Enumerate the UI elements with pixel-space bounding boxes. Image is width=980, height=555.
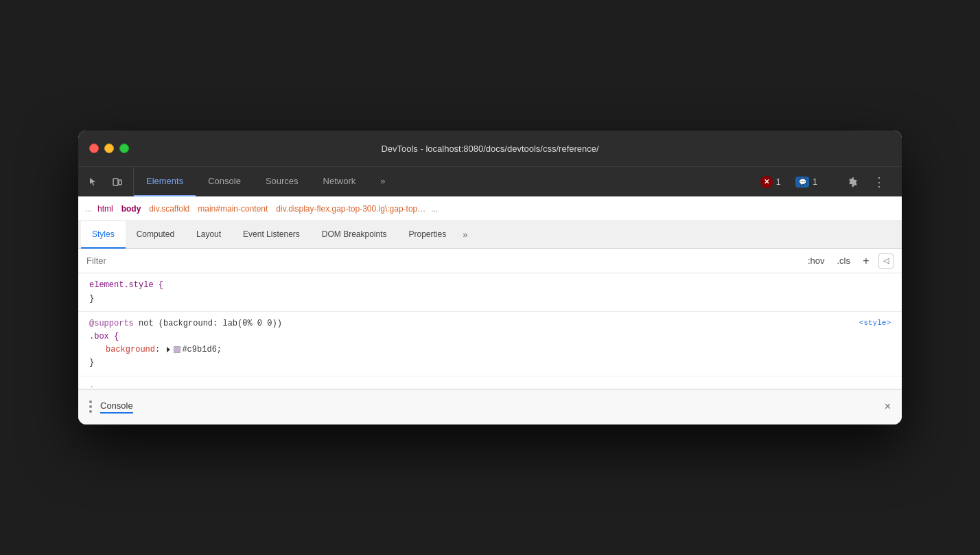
drawer-handle[interactable] (89, 400, 92, 413)
subtab-event-listeners[interactable]: Event Listeners (232, 221, 311, 249)
hov-button[interactable]: :hov (804, 254, 828, 267)
toggle-sidebar-button[interactable]: ◁ (878, 253, 894, 269)
tab-more[interactable]: » (368, 167, 397, 196)
traffic-lights (89, 144, 129, 153)
css-condition: not (background: lab(0% 0 0)) (134, 319, 282, 328)
subtab-layout[interactable]: Layout (185, 221, 232, 249)
console-drawer: Console × (78, 389, 902, 424)
svg-rect-0 (113, 179, 118, 185)
toolbar-left-icons (78, 167, 134, 196)
subtabs-more-button[interactable]: » (457, 221, 473, 248)
subtab-computed[interactable]: Computed (126, 221, 185, 249)
devtools-window: DevTools - localhost:8080/docs/devtools/… (78, 131, 902, 424)
breadcrumb-body[interactable]: body (121, 204, 141, 214)
svg-rect-1 (119, 180, 121, 185)
close-drawer-button[interactable]: × (885, 400, 891, 413)
error-icon: ✕ (760, 176, 773, 188)
toolbar-right: ✕ 1 💬 1 ⋮ (748, 167, 902, 196)
breadcrumb-main[interactable]: main#main-content (198, 204, 268, 214)
breadcrumb-div-scaffold[interactable]: div.scaffold (149, 204, 189, 214)
css-property: background (106, 345, 155, 354)
error-badge-button[interactable]: ✕ 1 (755, 173, 786, 191)
cls-button[interactable]: .cls (834, 254, 854, 267)
css-at-rule: @supports (89, 319, 134, 328)
devtools-toolbar: Elements Console Sources Network » ✕ 1 💬 (78, 166, 902, 196)
main-tabs: Elements Console Sources Network » (134, 167, 748, 196)
more-options-button[interactable]: ⋮ (869, 172, 889, 192)
tab-elements[interactable]: Elements (134, 167, 196, 196)
breadcrumb-dots-right[interactable]: ... (431, 204, 438, 214)
next-rule-hint: . (78, 376, 902, 389)
subtab-properties[interactable]: Properties (398, 221, 458, 249)
inspect-cursor-button[interactable] (84, 172, 104, 192)
css-panel: element.style { } <style> @supports not … (78, 273, 902, 388)
filter-bar: :hov .cls + ◁ (78, 249, 902, 273)
minimize-button[interactable] (104, 144, 114, 153)
breadcrumb-html[interactable]: html (97, 204, 113, 214)
subtab-dom-breakpoints[interactable]: DOM Breakpoints (311, 221, 398, 249)
element-style-rule: element.style { } (78, 273, 902, 311)
device-toolbar-button[interactable] (107, 172, 128, 192)
handle-dot-3 (89, 410, 92, 413)
tab-sources[interactable]: Sources (253, 167, 311, 196)
styles-subtabs: Styles Computed Layout Event Listeners D… (78, 221, 902, 249)
add-style-button[interactable]: + (859, 254, 873, 268)
handle-dot-1 (89, 400, 92, 403)
css-source-link[interactable]: <style> (859, 317, 891, 330)
supports-rule: <style> @supports not (background: lab(0… (78, 312, 902, 376)
css-selector: element.style { (89, 280, 163, 290)
settings-button[interactable] (843, 172, 863, 192)
breadcrumb: ... html body div.scaffold main#main-con… (78, 196, 902, 221)
filter-actions: :hov .cls + ◁ (804, 253, 894, 269)
maximize-button[interactable] (119, 144, 129, 153)
subtab-styles[interactable]: Styles (81, 221, 126, 249)
filter-input[interactable] (86, 256, 804, 266)
tab-console[interactable]: Console (196, 167, 253, 196)
message-icon: 💬 (795, 177, 809, 188)
css-value: #c9b1d6 (182, 345, 216, 354)
message-badge-button[interactable]: 💬 1 (790, 174, 823, 190)
breadcrumb-div-flex[interactable]: div.display-flex.gap-top-300.lg\:gap-top… (276, 204, 425, 214)
css-selector-box: .box { (89, 332, 119, 341)
css-close-brace: } (89, 294, 94, 304)
color-triangle-toggle[interactable] (167, 347, 170, 352)
more-icon: ⋮ (873, 174, 885, 190)
title-bar: DevTools - localhost:8080/docs/devtools/… (78, 131, 902, 166)
console-drawer-title[interactable]: Console (100, 400, 133, 414)
breadcrumb-dots-left[interactable]: ... (85, 204, 92, 214)
toolbar-settings: ⋮ (837, 172, 895, 192)
css-close-brace-2: } (89, 358, 94, 367)
close-button[interactable] (89, 144, 99, 153)
window-title: DevTools - localhost:8080/docs/devtools/… (381, 144, 598, 154)
color-swatch[interactable] (174, 346, 180, 353)
handle-dot-2 (89, 405, 92, 408)
tab-network[interactable]: Network (311, 167, 369, 196)
